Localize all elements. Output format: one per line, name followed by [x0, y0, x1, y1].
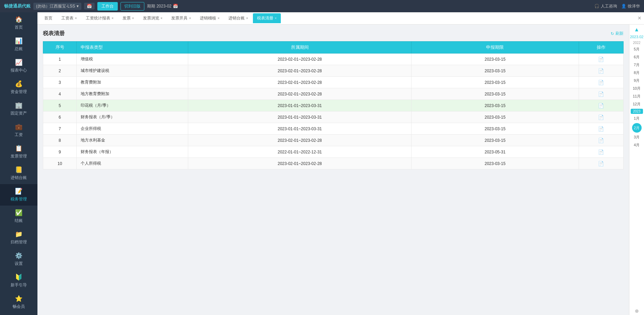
- cell-deadline: 2023-03-15: [412, 135, 579, 146]
- tab-sales-check-close[interactable]: ×: [218, 16, 220, 20]
- tab-tax-register-close[interactable]: ×: [275, 16, 277, 20]
- cancel-pin-btn[interactable]: ◀ 取消固定: [0, 313, 37, 315]
- ai-consult[interactable]: 🎧 人工咨询: [594, 3, 617, 9]
- sidebar-item-capital[interactable]: 💰 资金管理: [0, 77, 37, 98]
- calendar-icon-btn[interactable]: 📅: [84, 3, 95, 10]
- tab-invoice-open[interactable]: 发票开具 ×: [167, 13, 195, 23]
- tax-icon: 📝: [15, 188, 22, 195]
- salary-icon: 💼: [15, 123, 22, 131]
- action-icon[interactable]: 📄: [598, 138, 604, 143]
- cell-action[interactable]: 📄: [579, 54, 623, 65]
- sidebar-item-invoice[interactable]: 📋 发票管理: [0, 141, 37, 163]
- action-icon[interactable]: 📄: [598, 57, 604, 62]
- cell-index: 5: [43, 100, 77, 111]
- tab-invoice-open-close[interactable]: ×: [189, 16, 191, 20]
- sidebar-item-settings[interactable]: ⚙️ 设置: [0, 249, 37, 270]
- table-row: 7 企业所得税 2023-01-01~2023-03-31 2023-03-15…: [43, 123, 624, 135]
- cell-action[interactable]: 📄: [579, 158, 623, 169]
- refresh-button[interactable]: ↻ 刷新: [611, 31, 624, 36]
- tab-salary-label: 工资表: [61, 15, 74, 21]
- page-with-panel: 税表清册 ↻ 刷新 序号 申报表类型 所属期间 申报期限 操作: [37, 25, 644, 315]
- action-icon[interactable]: 📄: [598, 126, 604, 132]
- tab-invoice-close[interactable]: ×: [132, 16, 134, 20]
- month-2022-5[interactable]: 5月: [631, 45, 643, 53]
- month-2023-4[interactable]: 4月: [631, 141, 643, 149]
- sidebar-item-tax[interactable]: 📝 税务管理: [0, 184, 37, 206]
- tab-sales-ledger-close[interactable]: ×: [246, 16, 248, 20]
- month-2023-3[interactable]: 3月: [631, 133, 643, 141]
- tab-home[interactable]: 首页: [40, 13, 57, 23]
- action-icon[interactable]: 📄: [598, 103, 604, 108]
- close-window-button[interactable]: ×: [638, 15, 641, 22]
- tab-salary-report-close[interactable]: ×: [112, 16, 114, 20]
- cell-action[interactable]: 📄: [579, 88, 623, 100]
- workspace-button[interactable]: 工作台: [97, 2, 118, 11]
- tab-tax-register[interactable]: 税表清册 ×: [253, 13, 281, 23]
- cell-type: 财务报表（月/季）: [77, 111, 188, 123]
- cell-action[interactable]: 📄: [579, 77, 623, 88]
- tab-invoice-browse-label: 发票浏览: [143, 15, 159, 21]
- tab-invoice-browse[interactable]: 发票浏览 ×: [139, 13, 167, 23]
- month-2022-10[interactable]: 10月: [631, 85, 643, 92]
- cell-type: 财务报表（年报）: [77, 146, 188, 158]
- th-index: 序号: [43, 42, 77, 54]
- cell-index: 3: [43, 77, 77, 88]
- tab-salary-report[interactable]: 工资统计报表 ×: [82, 13, 118, 23]
- panel-collapse-btn[interactable]: ⊗: [635, 308, 639, 314]
- cell-index: 8: [43, 135, 77, 146]
- action-icon[interactable]: 📄: [598, 149, 604, 155]
- tab-sales-check[interactable]: 进销稽核 ×: [196, 13, 224, 23]
- cell-action[interactable]: 📄: [579, 146, 623, 158]
- sidebar-item-member[interactable]: ⭐ 畅会员: [0, 291, 37, 313]
- refresh-label: 刷新: [615, 31, 624, 36]
- month-2022-6[interactable]: 6月: [631, 53, 643, 61]
- cell-type: 城市维护建设税: [77, 65, 188, 77]
- cell-deadline: 2023-03-15: [412, 111, 579, 123]
- month-2023-2-active[interactable]: 2月: [632, 123, 642, 133]
- month-2022-12[interactable]: 12月: [631, 100, 643, 108]
- action-icon[interactable]: 📄: [598, 91, 604, 97]
- month-2022-7[interactable]: 7月: [631, 61, 643, 69]
- action-icon[interactable]: 📄: [598, 68, 604, 74]
- th-action: 操作: [579, 42, 623, 54]
- cell-action[interactable]: 📄: [579, 123, 623, 135]
- company-selector[interactable]: (勿动）江西服宝-LSS ▾: [33, 3, 81, 10]
- cell-index: 10: [43, 158, 77, 169]
- sidebar-item-guide[interactable]: 🔰 新手引导: [0, 270, 37, 291]
- sidebar-item-salary[interactable]: 💼 工资: [0, 120, 37, 141]
- tab-salary[interactable]: 工资表 ×: [57, 13, 81, 23]
- sidebar-item-fixed[interactable]: 🏢 固定资产: [0, 98, 37, 120]
- cell-action[interactable]: 📄: [579, 100, 623, 111]
- sidebar-item-summary[interactable]: 📊 总账: [0, 34, 37, 55]
- sidebar-item-home[interactable]: 🏠 首页: [0, 12, 37, 34]
- user-menu[interactable]: 👤 徐泽华: [621, 3, 640, 9]
- tab-invoice[interactable]: 发票 ×: [118, 13, 138, 23]
- panel-up-arrow[interactable]: ▲: [633, 26, 640, 33]
- top-bar: 畅捷通易代账 (勿动）江西服宝-LSS ▾ 📅 工作台 切到旧版 期期 2023…: [0, 0, 644, 12]
- month-2022-11[interactable]: 11月: [631, 92, 643, 100]
- action-icon[interactable]: 📄: [598, 161, 604, 166]
- period-selector[interactable]: 期期 2023-02 📅: [147, 3, 178, 9]
- sidebar: 🏠 首页 📊 总账 📈 报表中心 💰 资金管理 🏢 固定资产 💼 工资 📋 发票…: [0, 12, 37, 315]
- tab-sales-ledger[interactable]: 进销台账 ×: [224, 13, 252, 23]
- cell-action[interactable]: 📄: [579, 135, 623, 146]
- archive-icon: 📁: [15, 230, 22, 238]
- action-icon[interactable]: 📄: [598, 80, 604, 85]
- switch-version-button[interactable]: 切到旧版: [120, 2, 144, 11]
- sidebar-item-sales[interactable]: 📒 进销台账: [0, 163, 37, 184]
- table-row: 5 印花税（月/季） 2023-01-01~2023-03-31 2023-03…: [43, 100, 624, 111]
- sidebar-item-settlement[interactable]: ✅ 结账: [0, 206, 37, 227]
- period-value: 2023-02: [157, 4, 172, 9]
- sidebar-item-report[interactable]: 📈 报表中心: [0, 55, 37, 77]
- action-icon[interactable]: 📄: [598, 115, 604, 120]
- month-2022-8[interactable]: 8月: [631, 69, 643, 77]
- sidebar-item-archive[interactable]: 📁 归档管理: [0, 227, 37, 249]
- tab-invoice-browse-close[interactable]: ×: [161, 16, 163, 20]
- cell-type: 印花税（月/季）: [77, 100, 188, 111]
- tab-salary-close[interactable]: ×: [75, 16, 77, 20]
- cell-action[interactable]: 📄: [579, 65, 623, 77]
- month-2023-1[interactable]: 1月: [631, 115, 643, 122]
- month-2022-9[interactable]: 9月: [631, 77, 643, 85]
- cell-action[interactable]: 📄: [579, 111, 623, 123]
- cell-index: 7: [43, 123, 77, 135]
